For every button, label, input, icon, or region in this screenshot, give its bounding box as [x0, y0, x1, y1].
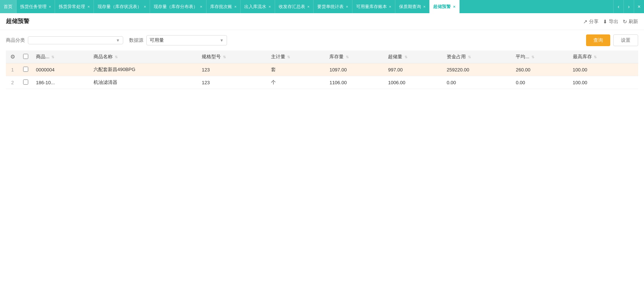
nav-tab-2[interactable]: 拣货异常处理 ×	[55, 0, 94, 13]
nav-tab-4-label: 现存量（库存分布表）	[154, 4, 198, 10]
nav-tab-6-close[interactable]: ×	[268, 4, 271, 9]
page-header: 超储预警 ↗ 分享 ⬇ 导出 ↻ 刷新	[0, 13, 644, 30]
nav-tab-5[interactable]: 库存批次账 ×	[206, 0, 241, 13]
col-fund-usage[interactable]: 资金占用 ⇅	[443, 51, 512, 63]
cell-product-code-0: 0000004	[32, 63, 90, 76]
cell-stock-1: 1106.00	[326, 76, 384, 89]
table-container: ⚙ 商品... ⇅ 商品名称 ⇅ 规格型号 ⇅	[0, 51, 644, 89]
nav-tab-10-label: 保质期查询	[399, 4, 421, 10]
nav-tab-7-close[interactable]: ×	[307, 4, 310, 9]
refresh-label: 刷新	[629, 18, 638, 25]
refresh-btn[interactable]: ↻ 刷新	[623, 18, 638, 25]
top-nav: 首页 拣货任务管理 × 拣货异常处理 × 现存量（库存状况表） × 现存量（库存…	[0, 0, 644, 13]
datasource-filter: 数据源 可用量 ▼	[129, 35, 227, 45]
nav-tab-11[interactable]: 超储预警 ×	[429, 0, 459, 13]
share-btn[interactable]: ↗ 分享	[583, 18, 599, 25]
nav-tab-3-close[interactable]: ×	[144, 4, 146, 9]
table-header-row: ⚙ 商品... ⇅ 商品名称 ⇅ 规格型号 ⇅	[6, 51, 638, 63]
col-spec-label: 规格型号	[202, 54, 221, 59]
col-over-stock-label: 超储量	[388, 54, 402, 59]
cell-avg-1: 0.00	[512, 76, 569, 89]
nav-prev-btn[interactable]: ‹	[613, 0, 623, 13]
cell-over-stock-1: 1006.00	[384, 76, 443, 89]
category-select[interactable]: ▼	[28, 36, 123, 44]
datasource-chevron-icon: ▼	[220, 38, 224, 42]
nav-tab-10[interactable]: 保质期查询 ×	[395, 0, 429, 13]
nav-next-btn[interactable]: ›	[623, 0, 634, 13]
export-btn[interactable]: ⬇ 导出	[603, 18, 618, 25]
share-label: 分享	[589, 18, 599, 25]
nav-tab-1[interactable]: 拣货任务管理 ×	[17, 0, 55, 13]
page-content: 超储预警 ↗ 分享 ⬇ 导出 ↻ 刷新 商品分类 ▼ 数据源	[0, 13, 644, 293]
nav-tab-10-close[interactable]: ×	[423, 4, 425, 9]
cell-unit-1: 个	[267, 76, 326, 89]
row-select-1[interactable]	[23, 79, 28, 85]
row-index-0: 1	[6, 63, 19, 76]
header-actions: ↗ 分享 ⬇ 导出 ↻ 刷新	[583, 18, 638, 25]
nav-tab-3-label: 现存量（库存状况表）	[98, 4, 142, 10]
cell-max-stock-0: 100.00	[569, 63, 638, 76]
category-chevron-icon: ▼	[116, 38, 120, 42]
nav-tab-8[interactable]: 要货单统计表 ×	[314, 0, 352, 13]
select-all-checkbox[interactable]	[23, 54, 28, 59]
col-unit[interactable]: 主计量 ⇅	[267, 51, 326, 63]
col-max-stock[interactable]: 最高库存 ⇅	[569, 51, 638, 63]
action-buttons: 查询 设置	[586, 34, 638, 46]
col-unit-label: 主计量	[271, 54, 285, 59]
nav-close-btn[interactable]: ×	[634, 0, 644, 13]
query-button[interactable]: 查询	[586, 34, 610, 46]
cell-fund-usage-0: 259220.00	[443, 63, 512, 76]
col-avg-label: 平均...	[516, 54, 529, 59]
col-select-all	[19, 51, 32, 63]
export-icon: ⬇	[603, 19, 607, 25]
col-stock[interactable]: 库存量 ⇅	[326, 51, 384, 63]
nav-tab-11-close[interactable]: ×	[453, 4, 455, 9]
table-row: 1 0000004 六配套新昌490BPG 123 套 1097.00 997.…	[6, 63, 638, 76]
nav-tab-home-label: 首页	[4, 4, 12, 10]
category-label: 商品分类	[6, 37, 25, 44]
col-product-code[interactable]: 商品... ⇅	[32, 51, 90, 63]
nav-tab-8-label: 要货单统计表	[317, 4, 344, 10]
row-select-0[interactable]	[23, 67, 28, 72]
cell-over-stock-0: 997.00	[384, 63, 443, 76]
nav-tab-5-close[interactable]: ×	[234, 4, 237, 9]
row-checkbox-1	[19, 76, 32, 89]
nav-tab-2-label: 拣货异常处理	[59, 4, 85, 10]
gear-icon[interactable]: ⚙	[10, 53, 15, 60]
col-fund-usage-label: 资金占用	[447, 54, 466, 59]
sort-icon-product-code: ⇅	[51, 55, 54, 59]
nav-tab-4[interactable]: 现存量（库存分布表） ×	[150, 0, 206, 13]
settings-button[interactable]: 设置	[613, 34, 638, 46]
cell-stock-0: 1097.00	[326, 63, 384, 76]
nav-tab-3[interactable]: 现存量（库存状况表） ×	[94, 0, 150, 13]
nav-tab-9-label: 可用量库存账本	[356, 4, 387, 10]
cell-product-name-0: 六配套新昌490BPG	[90, 63, 198, 76]
cell-spec-1: 123	[198, 76, 267, 89]
cell-avg-0: 260.00	[512, 63, 569, 76]
nav-tab-8-close[interactable]: ×	[346, 4, 348, 9]
cell-product-code-1: 186-10...	[32, 76, 90, 89]
sort-icon-over-stock: ⇅	[405, 55, 407, 59]
col-product-code-label: 商品...	[36, 54, 50, 59]
nav-tab-home[interactable]: 首页	[0, 0, 17, 13]
refresh-icon: ↻	[623, 19, 627, 25]
datasource-select[interactable]: 可用量 ▼	[146, 35, 227, 45]
nav-tab-1-label: 拣货任务管理	[20, 4, 47, 10]
datasource-value: 可用量	[150, 37, 164, 44]
nav-tab-7-label: 收发存汇总表	[279, 4, 305, 10]
nav-tab-1-close[interactable]: ×	[49, 4, 51, 9]
row-checkbox-0	[19, 63, 32, 76]
col-product-name[interactable]: 商品名称 ⇅	[90, 51, 198, 63]
nav-tab-7[interactable]: 收发存汇总表 ×	[275, 0, 314, 13]
nav-tab-9[interactable]: 可用量库存账本 ×	[352, 0, 395, 13]
nav-tab-9-close[interactable]: ×	[389, 4, 391, 9]
nav-tab-2-close[interactable]: ×	[87, 4, 89, 9]
col-spec[interactable]: 规格型号 ⇅	[198, 51, 267, 63]
nav-tab-4-close[interactable]: ×	[200, 4, 202, 9]
export-label: 导出	[609, 18, 618, 25]
filter-area: 商品分类 ▼ 数据源 可用量 ▼ 查询 设置	[0, 30, 644, 51]
sort-icon-max-stock: ⇅	[594, 55, 597, 59]
col-over-stock[interactable]: 超储量 ⇅	[384, 51, 443, 63]
nav-tab-6[interactable]: 出入库流水 ×	[241, 0, 275, 13]
col-avg[interactable]: 平均... ⇅	[512, 51, 569, 63]
